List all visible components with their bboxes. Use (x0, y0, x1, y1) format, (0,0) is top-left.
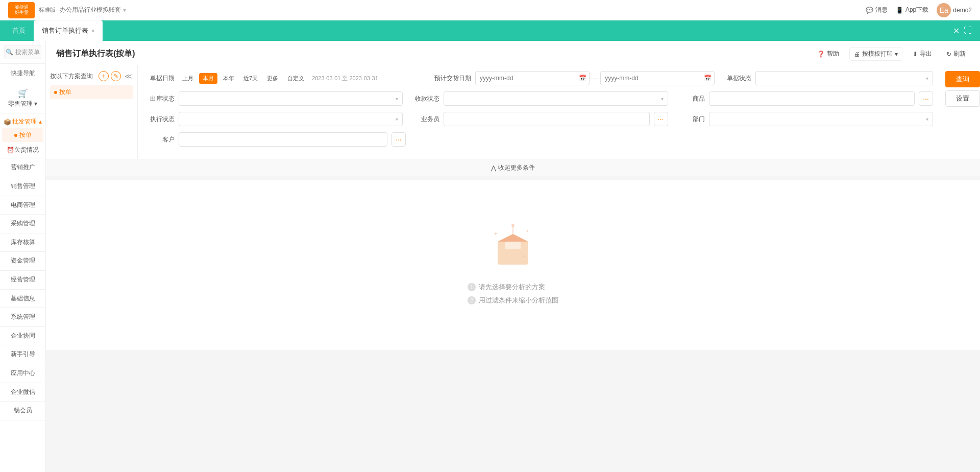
exec-status-chevron: ▾ (396, 116, 398, 122)
collapse-bar[interactable]: ⋀ 收起更多条件 (46, 159, 980, 176)
edit-scheme-button[interactable]: ✎ (111, 71, 121, 81)
collect-status-select[interactable]: ▾ (444, 91, 668, 106)
customer-input[interactable] (179, 132, 387, 147)
breadcrumb-arrow[interactable]: ▾ (123, 7, 126, 14)
refresh-button[interactable]: ↻ 刷新 (942, 48, 970, 60)
print-button[interactable]: 🖨 按模板打印 ▾ (849, 47, 902, 61)
expected-date-end-input[interactable] (600, 71, 715, 85)
sidebar-item-sales[interactable]: 销售管理 (0, 177, 45, 196)
export-label: 导出 (920, 50, 932, 58)
tab-expand-icon[interactable]: ⛶ (964, 26, 972, 35)
empty-icon: ✦ ✦ ✦ (487, 221, 538, 272)
goods-more-button[interactable]: ··· (919, 91, 933, 106)
sidebar-sub-by-order[interactable]: 按单 (2, 128, 43, 142)
user-avatar-area[interactable]: Ea demo2 (937, 3, 972, 17)
exec-status-label: 执行状态 (146, 115, 175, 124)
expected-date-start-wrap: 📅 (475, 71, 590, 85)
dept-select[interactable]: ▾ (709, 112, 933, 126)
sidebar-item-operation[interactable]: 经营管理 (0, 271, 45, 289)
hint-1-text: 请先选择要分析的方案 (479, 282, 545, 292)
goods-input[interactable] (709, 91, 915, 106)
scheme-item-by-order[interactable]: 按单 (50, 85, 133, 99)
inventory-label: 库存核算 (11, 239, 35, 247)
wholesale-icon: 📦 (4, 119, 11, 126)
sidebar-item-basic[interactable]: 基础信息 (0, 290, 45, 308)
date-tab-this-month[interactable]: 本月 (199, 73, 217, 84)
hint-2-num: 2 (468, 296, 476, 304)
sidebar-item-member[interactable]: 畅会员 (0, 402, 45, 420)
svg-text:✦: ✦ (494, 231, 498, 237)
customer-more-button[interactable]: ··· (391, 132, 406, 147)
goods-label: 商品 (676, 95, 705, 103)
date-range-text: 2023-03-01 至 2023-03-31 (312, 75, 378, 82)
setting-button[interactable]: 设置 (945, 90, 980, 107)
date-tab-last-month[interactable]: 上月 (179, 73, 197, 84)
sidebar-sub-shortage[interactable]: ⏰ 欠货情况 (0, 142, 45, 158)
top-header: 畅捷通 好生意 标准版 办公用品行业模拟账套 ▾ 💬 消息 📱 App下载 Ea… (0, 0, 980, 20)
status-select[interactable]: ▾ (755, 71, 933, 85)
expected-date-start-input[interactable] (475, 71, 590, 85)
date-tab-this-year[interactable]: 本年 (219, 73, 238, 84)
wechat-label: 企业微信 (11, 388, 35, 396)
sidebar-item-collab[interactable]: 企业协同 (0, 327, 45, 345)
date-tab-7days[interactable]: 近7天 (240, 73, 261, 84)
message-label: 消息 (875, 6, 888, 14)
marketing-label: 营销推广 (11, 163, 35, 172)
sidebar-section-wholesale: 📦 批发管理 ▴ 按单 ⏰ 欠货情况 (0, 113, 45, 158)
sidebar-item-marketing[interactable]: 营销推广 (0, 158, 45, 177)
sidebar-item-guide[interactable]: 新手引导 (0, 345, 45, 364)
app-tag: 标准版 (39, 6, 56, 14)
empty-text: 1 请先选择要分析的方案 2 用过滤条件来缩小分析范围 (468, 282, 558, 309)
svg-text:✦: ✦ (522, 255, 525, 258)
out-status-select[interactable]: ▾ (179, 91, 403, 106)
sidebar-shortcut-nav: 快捷导航 (0, 64, 45, 83)
exec-status-select[interactable]: ▾ (179, 112, 403, 126)
tab-current-label: 销售订单执行表 (42, 26, 88, 35)
salesperson-input[interactable] (444, 112, 649, 126)
scheme-active-dot (54, 91, 57, 94)
sidebar-section-appcenter: 应用中心 (0, 364, 45, 383)
sidebar-item-system[interactable]: 系统管理 (0, 308, 45, 326)
sidebar-section-member: 畅会员 (0, 402, 45, 420)
sidebar-section-retail: 🛒 零售管理 ▾ (0, 83, 45, 113)
sidebar-item-appcenter[interactable]: 应用中心 (0, 364, 45, 383)
query-button[interactable]: 查询 (945, 71, 980, 87)
salesperson-more-button[interactable]: ··· (654, 112, 668, 126)
salesperson-label: 业务员 (411, 115, 439, 124)
sidebar-item-purchase[interactable]: 采购管理 (0, 215, 45, 233)
sidebar-section-collab: 企业协同 (0, 327, 45, 346)
date-tab-custom[interactable]: 自定义 (284, 73, 308, 84)
out-status-chevron: ▾ (396, 96, 398, 102)
message-button[interactable]: 💬 消息 (866, 6, 888, 14)
sidebar-item-wechat[interactable]: 企业微信 (0, 383, 45, 402)
sidebar-section-inventory: 库存核算 (0, 233, 45, 252)
export-button[interactable]: ⬇ 导出 (909, 48, 936, 60)
tab-home[interactable]: 首页 (4, 20, 34, 41)
app-download-button[interactable]: 📱 App下载 (896, 6, 928, 14)
sidebar-search-area: 🔍 搜索菜单 (0, 41, 45, 64)
sidebar-shortcut-label[interactable]: 快捷导航 (0, 67, 45, 80)
search-menu-button[interactable]: 🔍 搜索菜单 (4, 45, 41, 59)
print-icon: 🖨 (854, 51, 860, 58)
add-scheme-button[interactable]: + (99, 71, 109, 81)
status-field: 单据状态 ▾ (723, 71, 933, 85)
collapse-label: 收起更多条件 (498, 163, 535, 172)
tab-close-icon[interactable]: × (91, 28, 94, 34)
sidebar-item-retail[interactable]: 🛒 零售管理 ▾ (0, 83, 45, 113)
tab-current[interactable]: 销售订单执行表 × (34, 20, 103, 41)
expected-date-range: 📅 — 📅 (475, 71, 715, 85)
svg-point-4 (511, 224, 514, 227)
export-icon: ⬇ (913, 51, 918, 58)
date-tab-more[interactable]: 更多 (263, 73, 282, 84)
collapse-scheme-button[interactable]: ≪ (123, 71, 133, 81)
help-button[interactable]: ❓ 帮助 (813, 48, 843, 60)
appcenter-label: 应用中心 (11, 369, 35, 377)
sidebar-item-finance[interactable]: 资金管理 (0, 252, 45, 270)
tab-close-window-icon[interactable]: ✕ (953, 26, 960, 36)
sidebar-wholesale-header[interactable]: 📦 批发管理 ▴ (0, 113, 45, 128)
tab-bar-left: 首页 销售订单执行表 × (4, 20, 103, 41)
sidebar-item-ecommerce[interactable]: 电商管理 (0, 196, 45, 215)
out-status-field: 出库状态 ▾ (146, 91, 403, 106)
date-field-label: 单据日期 (146, 74, 175, 83)
sidebar-item-inventory[interactable]: 库存核算 (0, 233, 45, 252)
